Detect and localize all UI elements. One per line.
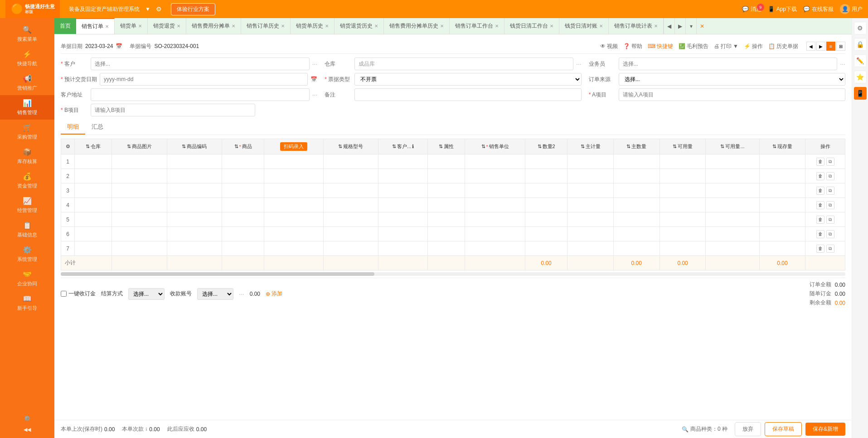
- project-b-input[interactable]: [91, 104, 255, 116]
- tab-close-orderstats[interactable]: ✕: [654, 24, 658, 29]
- tab-order-stats[interactable]: 销售订单统计表 ✕: [609, 18, 664, 34]
- sidebar-item-search[interactable]: 🔍 搜索菜单: [0, 22, 54, 46]
- tab-order-history[interactable]: 销售订单历史 ✕: [241, 18, 291, 34]
- th-product-code[interactable]: ⇅ 商品编码: [167, 139, 222, 154]
- row-delete-2[interactable]: 🗑: [816, 172, 824, 180]
- row-delete-7[interactable]: 🗑: [816, 245, 824, 253]
- warehouse-more-btn[interactable]: ···: [576, 60, 582, 67]
- print-action[interactable]: 🖨 打印 ▼: [714, 43, 738, 50]
- tab-close-dailyworkbench[interactable]: ✕: [550, 24, 553, 29]
- save-new-button[interactable]: 保存&新增: [805, 423, 845, 436]
- logo[interactable]: 🟠 畅捷通好生意 标版: [5, 0, 60, 18]
- table-scrollbar[interactable]: [61, 272, 845, 276]
- tab-feesplit-history[interactable]: 销售费用分摊单历史 ✕: [384, 18, 450, 34]
- customer-input[interactable]: [91, 58, 310, 70]
- app-download-item[interactable]: 📱 App下载: [768, 5, 797, 13]
- customer-more-btn[interactable]: ···: [312, 60, 318, 67]
- right-panel-lock-btn[interactable]: 🔒: [854, 38, 867, 51]
- row-copy-7[interactable]: ⧉: [826, 245, 834, 253]
- account-more-btn[interactable]: ···: [239, 290, 244, 298]
- th-available-qty2[interactable]: ⇅ 可用量...: [706, 139, 759, 154]
- th-main-qty[interactable]: ⇅ 主数量: [613, 139, 659, 154]
- settings-icon[interactable]: ⚙: [156, 5, 162, 13]
- tab-close-invoicehistory[interactable]: ✕: [325, 24, 329, 29]
- one-click-label[interactable]: 一键收订金: [61, 290, 96, 298]
- sidebar-item-quicknav[interactable]: ⚡ 快捷导航: [0, 46, 54, 71]
- th-settings[interactable]: ⚙: [61, 139, 75, 154]
- card-view-btn[interactable]: ⊞: [836, 42, 845, 51]
- tab-close-orderworkbench[interactable]: ✕: [495, 24, 499, 29]
- right-panel-star-btn[interactable]: ⭐: [854, 71, 867, 83]
- tab-close-dailyreconcile[interactable]: ✕: [599, 24, 603, 29]
- tab-close-feesplit[interactable]: ✕: [232, 24, 235, 29]
- tab-return[interactable]: 销货退货 ✕: [148, 18, 186, 34]
- tab-close-orderhistory[interactable]: ✕: [281, 24, 285, 29]
- tab-daily-workbench[interactable]: 钱货日清工作台 ✕: [504, 18, 559, 34]
- th-current-qty[interactable]: ⇅ 现存量: [759, 139, 805, 154]
- row-delete-1[interactable]: 🗑: [816, 158, 824, 166]
- operation-action[interactable]: ⚡ 操作: [744, 43, 763, 50]
- shortcut-action[interactable]: ⌨ 快捷键: [648, 43, 673, 50]
- sidebar-settings-btn[interactable]: ⚙️: [0, 414, 54, 423]
- grid-view-btn[interactable]: ▶: [816, 42, 825, 51]
- sidebar-item-enterprise[interactable]: 🤝 企业协同: [0, 266, 54, 291]
- tab-summary[interactable]: 汇总: [85, 120, 110, 135]
- sidebar-collapse-btn[interactable]: ◀◀: [0, 425, 54, 434]
- th-attribute[interactable]: ⇅ 属性: [428, 139, 465, 154]
- tab-close-return[interactable]: ✕: [177, 24, 180, 29]
- remark-input[interactable]: [354, 88, 581, 101]
- salesperson-more-btn[interactable]: ···: [840, 60, 845, 67]
- help-action[interactable]: ❓ 帮助: [623, 43, 642, 50]
- sidebar-item-operations[interactable]: 📈 经营管理: [0, 193, 54, 217]
- ticket-type-select[interactable]: 不开票 增值税普通发票 增值税专用发票: [354, 73, 581, 86]
- one-click-checkbox[interactable]: [61, 291, 67, 297]
- tab-menu-btn[interactable]: ▾: [685, 18, 696, 34]
- th-spec[interactable]: ⇅ 规格型号: [323, 139, 378, 154]
- th-unit[interactable]: ⇅ *销售单位: [465, 139, 525, 154]
- tab-close-invoice[interactable]: ✕: [138, 24, 142, 29]
- right-panel-edit-btn[interactable]: ✏️: [854, 54, 867, 67]
- account-select[interactable]: 选择...: [197, 288, 233, 300]
- row-copy-2[interactable]: ⧉: [826, 172, 834, 180]
- sidebar-item-guide[interactable]: 📖 新手引导: [0, 291, 54, 315]
- solution-button[interactable]: 体验行业方案: [171, 3, 215, 15]
- sidebar-item-finance[interactable]: 💰 资金管理: [0, 168, 54, 193]
- tab-close-sales-order[interactable]: ✕: [105, 24, 109, 29]
- row-delete-3[interactable]: 🗑: [816, 187, 824, 195]
- message-icon-wrap[interactable]: 💬 消息 9: [742, 5, 761, 13]
- address-more-btn[interactable]: ···: [312, 91, 318, 98]
- th-available-qty[interactable]: ⇅ 可用量: [659, 139, 706, 154]
- order-source-select[interactable]: 选择...: [619, 73, 845, 86]
- tab-invoice-history[interactable]: 销货单历史 ✕: [291, 18, 335, 34]
- row-copy-6[interactable]: ⧉: [826, 230, 834, 238]
- tab-close-feesplithistory[interactable]: ✕: [440, 24, 444, 29]
- delivery-date-input[interactable]: [100, 73, 308, 86]
- settlement-select[interactable]: 选择...: [128, 288, 165, 300]
- sidebar-item-system[interactable]: ⚙️ 系统管理: [0, 242, 54, 266]
- profit-action[interactable]: 💹 毛利预告: [679, 43, 708, 50]
- save-draft-button[interactable]: 保存草稿: [765, 422, 802, 436]
- sidebar-item-basic-info[interactable]: 📋 基础信息: [0, 217, 54, 242]
- right-panel-phone-btn[interactable]: 📱: [854, 87, 867, 100]
- list-view-btn[interactable]: ◀: [806, 42, 815, 51]
- sidebar-item-inventory[interactable]: 📦 库存核算: [0, 144, 54, 168]
- salesperson-input[interactable]: [619, 58, 838, 70]
- right-panel-settings-btn[interactable]: ⚙: [854, 22, 867, 34]
- th-main-unit[interactable]: ⇅ 主计量: [567, 139, 614, 154]
- add-payment-btn[interactable]: ⊕ 添加: [266, 290, 282, 298]
- row-copy-5[interactable]: ⧉: [826, 216, 834, 224]
- tab-order-workbench[interactable]: 销售订单工作台 ✕: [450, 18, 504, 34]
- tab-next-btn[interactable]: ▶: [674, 18, 685, 34]
- th-warehouse[interactable]: ⇅ 仓库: [75, 139, 112, 154]
- address-input[interactable]: [91, 88, 310, 101]
- row-copy-4[interactable]: ⧉: [826, 201, 834, 209]
- row-delete-5[interactable]: 🗑: [816, 216, 824, 224]
- history-action[interactable]: 📋 历史单据: [768, 43, 798, 50]
- th-product-img[interactable]: ⇅ 商品图片: [112, 139, 167, 154]
- online-service-item[interactable]: 💬 在线客服: [803, 5, 834, 13]
- delivery-calendar-icon[interactable]: 📅: [310, 76, 317, 82]
- th-scan[interactable]: 扫码录入: [264, 139, 323, 154]
- tab-detail[interactable]: 明细: [61, 120, 85, 135]
- tab-fee-split[interactable]: 销售费用分摊单 ✕: [186, 18, 241, 34]
- tab-invoice[interactable]: 销货单 ✕: [115, 18, 148, 34]
